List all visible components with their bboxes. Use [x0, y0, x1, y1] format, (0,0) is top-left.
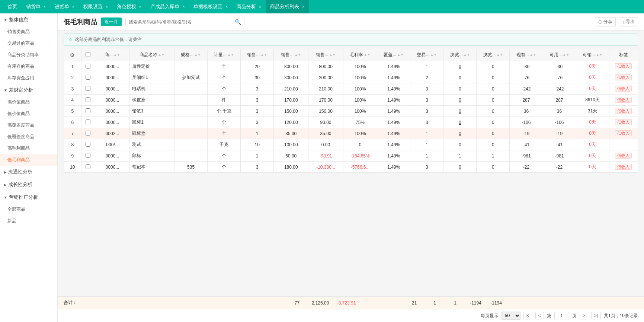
sidebar-item-high-value[interactable]: 高价值商品: [0, 96, 57, 108]
sidebar-item-sales-goods[interactable]: 销售类商品: [0, 26, 57, 38]
row-checkbox[interactable]: [81, 117, 95, 128]
select-all-checkbox[interactable]: [86, 52, 90, 57]
row-checkbox[interactable]: [81, 128, 95, 139]
tag-badge: 低收入: [615, 63, 632, 69]
sort-icon-cover[interactable]: ▲▼: [397, 53, 404, 57]
sidebar-item-high-margin[interactable]: 高毛利商品: [0, 143, 57, 154]
row-tag: 低收入: [609, 117, 638, 128]
row-spec: [174, 95, 208, 106]
nav-role[interactable]: 角色授权 ×: [112, 0, 146, 13]
row-browse1[interactable]: 0: [443, 106, 477, 117]
page-size-select[interactable]: 50 10 20 100: [502, 312, 520, 320]
sidebar-item-all-goods[interactable]: 全部商品: [0, 204, 57, 215]
row-browse1[interactable]: 0: [443, 139, 477, 150]
nav-permission-close[interactable]: ×: [106, 4, 108, 9]
row-checkbox[interactable]: [81, 83, 95, 95]
row-browse1[interactable]: 0: [443, 95, 477, 106]
row-browse1[interactable]: 0: [443, 83, 477, 95]
row-unit: 个: [208, 61, 241, 72]
first-page-button[interactable]: K: [523, 312, 532, 319]
row-unit: 件: [208, 95, 241, 106]
nav-goods-analysis-list[interactable]: 商品分析列表 ×: [266, 0, 309, 13]
share-button[interactable]: ⬡ 分享: [595, 17, 616, 26]
th-checkbox[interactable]: [81, 49, 95, 61]
sort-icon-browse1[interactable]: ▲▼: [464, 53, 470, 57]
sidebar-group-growth[interactable]: ▶ 成长性分析: [0, 178, 57, 191]
sort-icon-available[interactable]: ▲▼: [563, 53, 570, 57]
sidebar-item-stock-goods[interactable]: 有库存的商品: [0, 61, 57, 72]
sort-icon-gross-rate[interactable]: ▲▼: [364, 53, 371, 57]
row-spec: [174, 117, 208, 128]
row-sales-gross: 210.00: [308, 83, 343, 95]
sort-icon-code[interactable]: ▲▼: [113, 53, 120, 57]
sort-icon-unit[interactable]: ▲▼: [227, 53, 234, 57]
nav-template-close[interactable]: ×: [225, 4, 228, 9]
sort-icon-saleable[interactable]: ▲▼: [596, 53, 603, 57]
nav-product-stock[interactable]: 产成品入库单 ×: [146, 0, 189, 13]
row-checkbox[interactable]: [81, 61, 95, 72]
row-unit: 个: [208, 150, 241, 162]
row-checkbox[interactable]: [81, 95, 95, 106]
sidebar-item-stock-capital[interactable]: 库存资金占用: [0, 72, 57, 84]
sidebar-item-traded-goods[interactable]: 交易过的商品: [0, 38, 57, 49]
row-checkbox[interactable]: [81, 106, 95, 117]
export-button[interactable]: ↓ 导出: [619, 17, 638, 26]
nav-home[interactable]: 首页: [3, 0, 22, 13]
row-browse1[interactable]: 0: [443, 72, 477, 83]
search-input[interactable]: [129, 19, 235, 25]
sidebar-item-new-goods[interactable]: 新品: [0, 215, 57, 227]
row-checkbox[interactable]: [81, 139, 95, 150]
sort-icon-price[interactable]: ▲▼: [294, 53, 301, 57]
search-icon[interactable]: 🔍: [235, 19, 241, 25]
nav-role-close[interactable]: ×: [139, 4, 141, 9]
sort-icon-name[interactable]: ▲▼: [158, 53, 165, 57]
th-settings[interactable]: ⚙: [64, 49, 81, 61]
prev-page-button[interactable]: <: [535, 312, 544, 319]
row-browse1[interactable]: 0: [443, 61, 477, 72]
sidebar-group-liquidity[interactable]: ▶ 流通性分析: [0, 166, 57, 178]
row-checkbox[interactable]: [81, 72, 95, 83]
page-input[interactable]: [554, 312, 569, 319]
nav-goods-analysis[interactable]: 商品分析 ×: [232, 0, 266, 13]
sort-icon-browse2[interactable]: ▲▼: [497, 53, 503, 57]
sort-icon-gross[interactable]: ▲▼: [329, 53, 336, 57]
sidebar-item-high-coverage[interactable]: 高覆盖度商品: [0, 119, 57, 131]
row-gross-rate: -5766.6...: [343, 162, 377, 173]
row-sales-price: 60.00: [274, 150, 308, 162]
sidebar-item-low-coverage[interactable]: 低覆盖度商品: [0, 131, 57, 143]
row-sales-gross: 90.00: [308, 117, 343, 128]
sidebar-item-category-rate[interactable]: 商品分类助销率: [0, 49, 57, 61]
row-checkbox[interactable]: [81, 150, 95, 162]
row-checkbox[interactable]: [81, 162, 95, 173]
nav-goods-list-close[interactable]: ×: [302, 4, 304, 9]
sidebar-group-overall[interactable]: ▼ 整体信息: [0, 13, 57, 26]
sidebar-item-low-margin[interactable]: 低毛利商品: [0, 154, 57, 166]
row-browse1[interactable]: 1: [443, 150, 477, 162]
settings-icon[interactable]: ⚙: [70, 52, 75, 58]
nav-sales-close[interactable]: ×: [44, 4, 46, 9]
row-browse1[interactable]: 0: [443, 117, 477, 128]
sidebar-item-low-value[interactable]: 低价值商品: [0, 108, 57, 119]
sort-icon-sales-count[interactable]: ▲▼: [260, 53, 267, 57]
next-page-button[interactable]: >: [580, 312, 588, 319]
sort-icon-current[interactable]: ▲▼: [530, 53, 536, 57]
nav-product-stock-close[interactable]: ×: [182, 4, 185, 9]
sort-icon-trade[interactable]: ▲▼: [430, 53, 437, 57]
row-browse1[interactable]: 0: [443, 162, 477, 173]
nav-purchase[interactable]: 进货单 ×: [50, 0, 79, 13]
row-name: 笔记本: [130, 162, 174, 173]
nav-sales[interactable]: 销货单 ×: [22, 0, 50, 13]
row-browse1[interactable]: 0: [443, 128, 477, 139]
last-page-button[interactable]: >|: [591, 312, 601, 319]
nav-goods-analysis-close[interactable]: ×: [259, 4, 261, 9]
row-tag: 低收入: [609, 106, 638, 117]
nav-purchase-close[interactable]: ×: [72, 4, 74, 9]
sidebar-group-wealth[interactable]: ▼ 差财富分析: [0, 84, 57, 96]
row-browse2: 0: [477, 139, 510, 150]
tag-badge: 低收入: [615, 153, 632, 159]
time-filter-button[interactable]: 近一月: [101, 17, 122, 26]
nav-template[interactable]: 单据模板设置 ×: [189, 0, 232, 13]
sort-icon-spec[interactable]: ▲▼: [194, 53, 201, 57]
nav-permission[interactable]: 权限设置 ×: [79, 0, 112, 13]
sidebar-group-marketing[interactable]: ▼ 营销推广分析: [0, 191, 57, 204]
